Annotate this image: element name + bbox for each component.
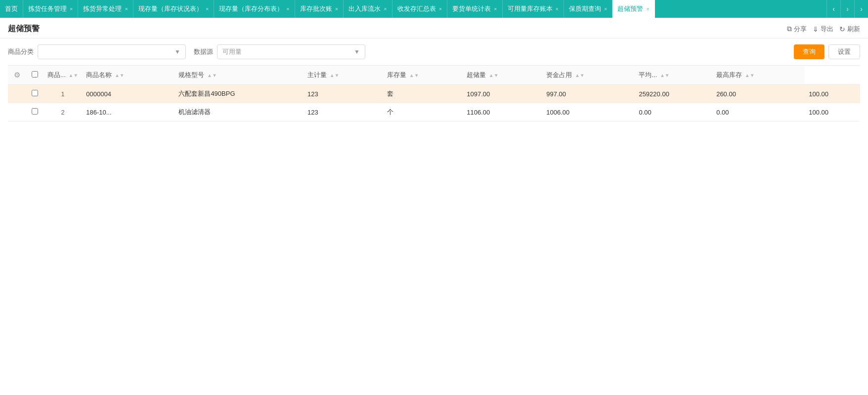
product-category-label: 商品分类 <box>8 47 34 56</box>
row-gear-cell <box>8 103 26 121</box>
close-icon[interactable]: × <box>494 6 497 12</box>
nav-next-btn[interactable]: › <box>840 0 854 18</box>
nav-shelf-life[interactable]: 保质期查询 × <box>564 0 612 18</box>
table-row: 2 186-10... 机油滤清器 123 个 1106.00 1006.00 … <box>8 103 860 121</box>
gear-icon[interactable]: ⚙ <box>14 71 20 79</box>
nav-stock-status[interactable]: 现存量（库存状况表） × <box>133 0 214 18</box>
filter-bar: 商品分类 ▼ 数据源 可用量 ▼ 查询 设置 <box>0 39 868 65</box>
refresh-button[interactable]: ↻ 刷新 <box>839 25 860 34</box>
sort-icon: ▲▼ <box>660 73 670 78</box>
avg-col-header[interactable]: 平均... ▲▼ <box>635 66 712 85</box>
page-title: 超储预警 <box>8 24 787 34</box>
close-icon[interactable]: × <box>335 6 338 12</box>
row-stock: 1097.00 <box>463 85 542 103</box>
row-spec: 123 <box>304 85 383 103</box>
settings-col-header[interactable]: ⚙ <box>8 66 26 85</box>
row-checkbox-cell[interactable] <box>26 103 43 121</box>
capital-col-header[interactable]: 资金占用 ▲▼ <box>542 66 635 85</box>
product-name-col-header[interactable]: 商品名称 ▲▼ <box>82 66 174 85</box>
max-stock-col-header[interactable]: 最高库存 ▲▼ <box>712 66 805 85</box>
sort-icon: ▲▼ <box>115 73 125 78</box>
close-icon[interactable]: × <box>384 6 387 12</box>
stock-col-header[interactable]: 库存量 ▲▼ <box>383 66 463 85</box>
data-source-select[interactable]: 可用量 ▼ <box>217 44 365 59</box>
nav-prev-btn[interactable]: ‹ <box>826 0 840 18</box>
nav-available[interactable]: 可用量库存账本 × <box>503 0 564 18</box>
share-button[interactable]: ⧉ 分享 <box>787 25 807 34</box>
data-source-label: 数据源 <box>194 47 213 56</box>
nav-arrows: ‹ › › <box>826 0 868 18</box>
close-icon[interactable]: × <box>439 6 442 12</box>
data-source-value: 可用量 <box>222 47 242 56</box>
sort-icon: ▲▼ <box>489 73 499 78</box>
page-header: 超储预警 ⧉ 分享 ⇓ 导出 ↻ 刷新 <box>0 18 868 39</box>
row-max-stock: 100.00 <box>805 85 860 103</box>
product-code-col-header[interactable]: 商品... ▲▼ <box>43 66 82 85</box>
nav-flow[interactable]: 出入库流水 × <box>344 0 392 18</box>
close-icon[interactable]: × <box>70 6 73 12</box>
nav-summary[interactable]: 收发存汇总表 × <box>392 0 447 18</box>
row-gear-cell <box>8 85 26 103</box>
row-capital: 0.00 <box>635 103 712 121</box>
nav-exception[interactable]: 拣货异常处理 × <box>78 0 133 18</box>
header-actions: ⧉ 分享 ⇓ 导出 ↻ 刷新 <box>787 25 860 34</box>
row-overstock: 997.00 <box>542 85 635 103</box>
row-checkbox-cell[interactable] <box>26 85 43 103</box>
close-icon[interactable]: × <box>556 6 559 12</box>
checkbox-col-header[interactable] <box>26 66 43 85</box>
table-header-row: ⚙ 商品... ▲▼ 商品名称 ▲▼ 规格型号 ▲▼ <box>8 66 860 85</box>
nav-requisition[interactable]: 要货单统计表 × <box>447 0 502 18</box>
sort-icon: ▲▼ <box>68 73 78 78</box>
row-avg: 0.00 <box>712 103 805 121</box>
nav-stock-dist[interactable]: 现存量（库存分布表） × <box>214 0 295 18</box>
spec-col-header[interactable]: 规格型号 ▲▼ <box>174 66 304 85</box>
chevron-down-icon: ▼ <box>174 48 180 55</box>
row-spec: 123 <box>304 103 383 121</box>
row-avg: 260.00 <box>712 85 805 103</box>
nav-task-mgmt[interactable]: 拣货任务管理 × <box>23 0 78 18</box>
product-category-select[interactable]: ▼ <box>38 44 186 59</box>
row-overstock: 1006.00 <box>542 103 635 121</box>
overstock-col-header[interactable]: 超储量 ▲▼ <box>463 66 542 85</box>
close-icon[interactable]: × <box>286 6 289 12</box>
row-capital: 259220.00 <box>635 85 712 103</box>
top-navigation: 首页 拣货任务管理 × 拣货异常处理 × 现存量（库存状况表） × 现存量（库存… <box>0 0 868 18</box>
table-wrapper: ⚙ 商品... ▲▼ 商品名称 ▲▼ 规格型号 ▲▼ <box>0 65 868 121</box>
chevron-down-icon: ▼ <box>354 48 360 55</box>
product-category-filter: 商品分类 ▼ <box>8 44 186 59</box>
sort-icon: ▲▼ <box>745 73 755 78</box>
share-icon: ⧉ <box>787 25 792 33</box>
close-icon[interactable]: × <box>206 6 209 12</box>
export-button[interactable]: ⇓ 导出 <box>813 25 833 34</box>
nav-more-btn[interactable]: › <box>854 0 868 18</box>
main-content: 超储预警 ⧉ 分享 ⇓ 导出 ↻ 刷新 商品分类 ▼ 数据源 <box>0 18 868 395</box>
close-icon[interactable]: × <box>125 6 128 12</box>
nav-overstock[interactable]: 超储预警 × <box>612 0 654 18</box>
row-product-name: 六配套新昌490BPG <box>174 85 304 103</box>
refresh-icon: ↻ <box>839 25 845 33</box>
query-button[interactable]: 查询 <box>794 44 825 59</box>
row-checkbox[interactable] <box>32 90 38 96</box>
filter-actions: 查询 设置 <box>794 44 860 59</box>
close-icon[interactable]: × <box>646 6 649 12</box>
unit-col-header[interactable]: 主计量 ▲▼ <box>304 66 383 85</box>
close-icon[interactable]: × <box>604 6 607 12</box>
row-num: 1 <box>43 85 82 103</box>
table-row: 1 0000004 六配套新昌490BPG 123 套 1097.00 997.… <box>8 85 860 103</box>
export-icon: ⇓ <box>813 25 819 33</box>
settings-button[interactable]: 设置 <box>828 44 860 59</box>
row-max-stock: 100.00 <box>805 103 860 121</box>
row-stock: 1106.00 <box>463 103 542 121</box>
select-all-checkbox[interactable] <box>32 71 38 78</box>
sort-icon: ▲▼ <box>575 73 585 78</box>
data-source-filter: 数据源 可用量 ▼ <box>194 44 365 59</box>
nav-batch[interactable]: 库存批次账 × <box>295 0 344 18</box>
row-product-name: 机油滤清器 <box>174 103 304 121</box>
nav-home[interactable]: 首页 <box>0 0 23 18</box>
overstock-table: ⚙ 商品... ▲▼ 商品名称 ▲▼ 规格型号 ▲▼ <box>8 65 860 121</box>
sort-icon: ▲▼ <box>330 73 340 78</box>
sort-icon: ▲▼ <box>409 73 419 78</box>
row-num: 2 <box>43 103 82 121</box>
row-checkbox[interactable] <box>32 108 38 115</box>
row-unit: 套 <box>383 85 463 103</box>
